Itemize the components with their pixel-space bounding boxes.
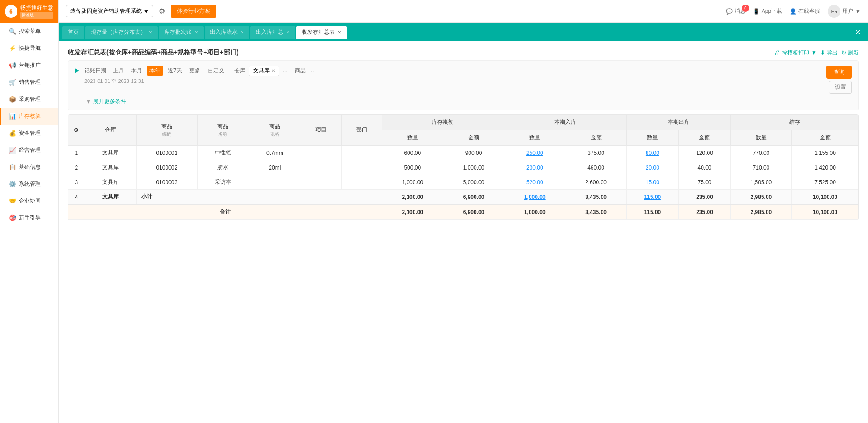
th-in-qty: 数量 xyxy=(504,130,565,146)
cell-bal-qty: 710.00 xyxy=(730,160,791,175)
dropdown-icon: ▼ xyxy=(144,8,149,15)
sidebar-item-quick[interactable]: ⚡快捷导航 xyxy=(0,40,58,57)
export-icon: ⬇ xyxy=(820,49,825,56)
sidebar-label-quick: 快捷导航 xyxy=(19,44,41,52)
tab-close-2[interactable]: ✕ xyxy=(194,30,198,35)
cell-out-amt: 40.00 xyxy=(679,160,731,175)
sidebar-item-inventory[interactable]: 📊库存核算 xyxy=(0,108,58,125)
th-open-qty: 数量 xyxy=(382,130,443,146)
system-selector[interactable]: 装备及固定资产辅助管理系统 ▼ xyxy=(66,5,153,17)
purchase-icon: 📦 xyxy=(9,96,16,103)
filter-setting-button[interactable]: 设置 xyxy=(829,81,852,94)
cell-out-qty[interactable]: 80.00 xyxy=(626,146,679,160)
page-actions: 🖨 按模板打印 ▼ ⬇ 导出 ↻ 刷新 xyxy=(774,49,859,57)
date-btn-custom[interactable]: 自定义 xyxy=(205,66,227,76)
th-group-opening: 库存期初 xyxy=(382,115,504,130)
operations-icon: 📈 xyxy=(9,147,16,154)
date-label: 记账日期 xyxy=(84,67,106,75)
tab-1[interactable]: 现存量（库存分布表）✕ xyxy=(85,26,158,39)
sub-out-qty[interactable]: 115.00 xyxy=(626,190,679,205)
online-service-button[interactable]: 👤 在线客服 xyxy=(790,7,820,15)
refresh-label: 刷新 xyxy=(848,49,859,57)
tab-close-1[interactable]: ✕ xyxy=(149,30,152,35)
sidebar-label-purchase: 采购管理 xyxy=(19,95,41,103)
sidebar-item-guide[interactable]: 🎯新手引导 xyxy=(0,209,58,226)
expand-more-row: ▼ 展开更多条件 xyxy=(75,98,852,105)
sidebar-item-finance[interactable]: 💰资金管理 xyxy=(0,125,58,142)
sidebar-item-sales[interactable]: 🛒销售管理 xyxy=(0,74,58,91)
cell-name: 胶水 xyxy=(197,160,249,175)
sub-in-qty[interactable]: 1,000.00 xyxy=(504,190,565,205)
th-gear[interactable]: ⚙ xyxy=(68,115,85,146)
date-filter: 记账日期 上月 本月 本年 近7天 更多 自定义 xyxy=(84,66,227,76)
download-label: App下载 xyxy=(762,7,782,15)
sidebar-item-search[interactable]: 🔍搜索菜单 xyxy=(0,23,58,40)
filter-row-1: 记账日期 上月 本月 本年 近7天 更多 自定义 xyxy=(84,66,822,76)
sidebar-item-collab[interactable]: 🤝企业协同 xyxy=(0,192,58,209)
date-btn-7days[interactable]: 近7天 xyxy=(165,66,185,76)
tab-4[interactable]: 出入库汇总✕ xyxy=(250,26,295,39)
sidebar-item-operations[interactable]: 📈经营管理 xyxy=(0,142,58,159)
user-menu[interactable]: Ea 用户 ▼ xyxy=(828,5,861,18)
date-btn-more[interactable]: 更多 xyxy=(187,66,203,76)
finance-icon: 💰 xyxy=(9,130,16,137)
gear-button[interactable]: ⚙ xyxy=(159,7,165,16)
tab-3[interactable]: 出入库流水✕ xyxy=(205,26,249,39)
warehouse-tag-close[interactable]: ✕ xyxy=(271,68,275,73)
sub-out-amt: 235.00 xyxy=(679,190,731,205)
refresh-button[interactable]: ↻ 刷新 xyxy=(841,49,859,57)
cell-index: 3 xyxy=(68,175,85,190)
tab-0[interactable]: 首页 xyxy=(62,26,84,39)
tab-close-4[interactable]: ✕ xyxy=(286,30,290,35)
tabs-bar: 首页现存量（库存分布表）✕库存批次账✕出入库流水✕出入库汇总✕收发存汇总表✕ ✕ xyxy=(59,23,868,41)
export-button[interactable]: ⬇ 导出 xyxy=(820,49,838,57)
th-group-in: 本期入库 xyxy=(504,115,627,130)
tab-close-5[interactable]: ✕ xyxy=(337,30,341,35)
sidebar-item-system[interactable]: ⚙️系统管理 xyxy=(0,176,58,192)
total-in-qty: 1,000.00 xyxy=(504,204,565,220)
tab-5[interactable]: 收发存汇总表✕ xyxy=(296,26,347,39)
cell-out-qty[interactable]: 20.00 xyxy=(626,160,679,175)
page-header: 收发存汇总表(按仓库+商品编码+商品+规格型号+项目+部门) 🖨 按模板打印 ▼… xyxy=(59,41,868,60)
cell-in-qty[interactable]: 520.00 xyxy=(504,175,565,190)
expand-more-button[interactable]: 展开更多条件 xyxy=(93,98,126,105)
cell-warehouse: 文具库 xyxy=(85,175,136,190)
cell-in-qty[interactable]: 250.00 xyxy=(504,146,565,160)
sub-in-amt: 3,435.00 xyxy=(565,190,626,205)
app-download-button[interactable]: 📱 App下载 xyxy=(753,7,782,15)
close-all-tabs-button[interactable]: ✕ xyxy=(851,28,864,37)
goods-more-icon[interactable]: ··· xyxy=(310,68,314,74)
sub-open-qty: 2,100.00 xyxy=(382,190,443,205)
table-row: 3 文具库 0100003 采访本 1,000.00 5,000.00 520.… xyxy=(68,175,858,190)
date-btn-this-year[interactable]: 本年 xyxy=(147,66,163,76)
cell-name: 中性笔 xyxy=(197,146,249,160)
sidebar-item-marketing[interactable]: 📢营销推广 xyxy=(0,57,58,74)
date-btn-this-month[interactable]: 本月 xyxy=(128,66,145,76)
date-btn-last-month[interactable]: 上月 xyxy=(110,66,127,76)
tab-close-3[interactable]: ✕ xyxy=(240,30,244,35)
cell-dept xyxy=(342,160,382,175)
total-open-amt: 6,900.00 xyxy=(443,204,504,220)
cell-out-amt: 75.00 xyxy=(679,175,731,190)
cell-out-qty[interactable]: 15.00 xyxy=(626,175,679,190)
service-label: 在线客服 xyxy=(798,7,820,15)
system-title: 装备及固定资产辅助管理系统 xyxy=(70,7,142,15)
print-dropdown-icon: ▼ xyxy=(811,49,817,56)
logo-badge: 标准版 xyxy=(20,12,53,19)
cell-in-qty[interactable]: 230.00 xyxy=(504,160,565,175)
warehouse-more-icon[interactable]: ··· xyxy=(283,68,287,74)
filter-area: ▶ 记账日期 上月 本月 本年 近7天 更多 自定义 xyxy=(68,60,859,110)
cell-in-amt: 460.00 xyxy=(565,160,626,175)
filter-expand-icon[interactable]: ▶ xyxy=(75,66,80,74)
warehouse-tag-value: 文具库 xyxy=(253,67,270,75)
message-button[interactable]: 💬 消息 6 xyxy=(726,7,746,15)
filter-main-row: ▶ 记账日期 上月 本月 本年 近7天 更多 自定义 xyxy=(75,66,852,94)
sidebar-item-basic[interactable]: 📋基础信息 xyxy=(0,159,58,176)
sidebar-item-purchase[interactable]: 📦采购管理 xyxy=(0,91,58,108)
sidebar-logo: 6 畅捷通好生意 标准版 xyxy=(0,0,58,23)
warehouse-tag[interactable]: 文具库 ✕ xyxy=(249,66,279,76)
experience-button[interactable]: 体验行业方案 xyxy=(171,5,216,18)
print-button[interactable]: 🖨 按模板打印 ▼ xyxy=(774,49,817,57)
query-button[interactable]: 查询 xyxy=(826,66,852,79)
tab-2[interactable]: 库存批次账✕ xyxy=(159,26,204,39)
